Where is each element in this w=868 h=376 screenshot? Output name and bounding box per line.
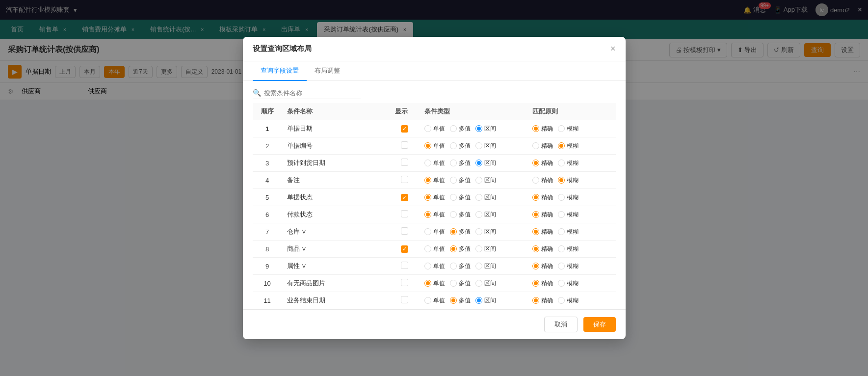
modal-title: 设置查询区域布局: [253, 44, 312, 54]
search-icon: 🔍: [253, 89, 261, 97]
modal-tab-layout[interactable]: 布局调整: [307, 61, 348, 81]
search-input[interactable]: [264, 89, 352, 97]
search-input-wrap[interactable]: 🔍: [253, 87, 361, 99]
settings-modal: 设置查询区域布局 × 查询字段设置 布局调整 🔍 顺序 条件名称 显示 条件类型…: [243, 37, 626, 100]
modal-header: 设置查询区域布局 ×: [243, 37, 626, 61]
modal-tab-query[interactable]: 查询字段设置: [253, 61, 307, 81]
modal-close-button[interactable]: ×: [610, 44, 616, 54]
modal-tabs: 查询字段设置 布局调整: [243, 61, 626, 81]
modal-search-box: 🔍: [243, 81, 626, 100]
